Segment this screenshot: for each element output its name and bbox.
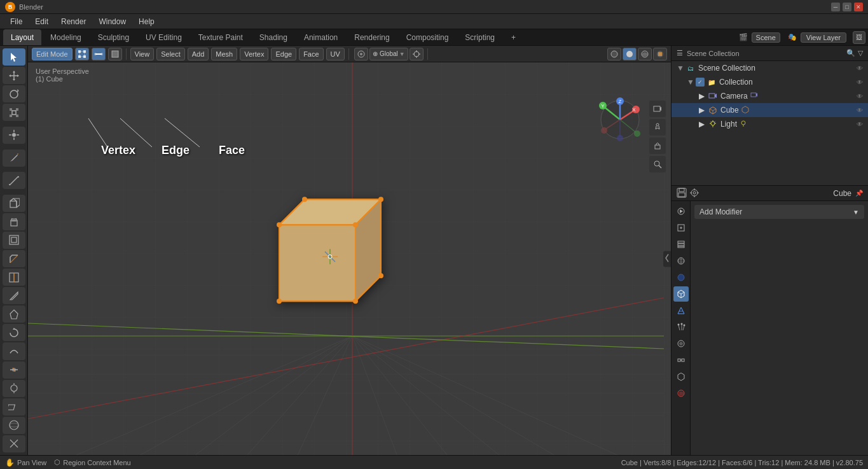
tool-smooth[interactable] [3,342,25,360]
xray-btn[interactable] [607,48,621,60]
right-panel-toggle[interactable] [663,251,671,267]
menu-help[interactable]: Help [134,16,160,27]
grid-area[interactable]: User Perspective (1) Cube Vertex Edge Fa… [28,62,671,455]
close-button[interactable]: ✕ [854,3,863,11]
magnify-btn[interactable] [649,156,666,172]
tab-modeling[interactable]: Modeling [43,29,89,45]
render-icon[interactable]: 🖼 [853,31,865,44]
solid-view-btn[interactable] [623,48,637,60]
minimize-button[interactable]: ─ [831,3,840,11]
tool-rotate[interactable] [3,85,25,102]
tool-bevel[interactable] [3,250,25,267]
tool-spin[interactable] [3,324,25,341]
edge-select-button[interactable] [92,48,106,60]
tab-texture-paint[interactable]: Texture Paint [191,29,251,45]
save-icon[interactable] [677,188,687,199]
tool-scale[interactable] [3,104,25,121]
tab-uv-editing[interactable]: UV Editing [138,29,189,45]
add-modifier-row[interactable]: Add Modifier ▼ [694,205,864,219]
proportional-edit-btn[interactable] [354,48,368,60]
cube-eye[interactable]: 👁 [857,107,863,114]
tool-cursor[interactable] [3,48,25,66]
tool-add-cube[interactable] [3,195,25,212]
tool-loop-cut[interactable] [3,269,25,286]
material-view-btn[interactable] [638,48,652,60]
tab-layout[interactable]: Layout [3,29,41,45]
prop-output-icon[interactable] [673,220,689,235]
props-pin-icon[interactable]: 📌 [855,190,863,197]
tab-animation[interactable]: Animation [296,29,345,45]
collection-checkbox[interactable]: ✓ [696,78,705,87]
tool-shear[interactable] [3,398,25,416]
tab-rendering[interactable]: Rendering [347,29,397,45]
prop-object-icon[interactable] [673,286,689,302]
tab-scripting[interactable]: Scripting [457,29,502,45]
scene-selector[interactable]: Scene [752,32,780,43]
prop-modifier-icon[interactable] [673,303,689,318]
nav-gizmo[interactable]: X Y Z [598,97,642,144]
outliner-cube[interactable]: ▶ Cube 👁 [672,103,868,117]
tab-sculpting[interactable]: Sculpting [90,29,137,45]
tool-annotate[interactable] [3,150,25,167]
tool-knife[interactable] [3,287,25,304]
view-menu[interactable]: View [130,48,155,60]
outliner-light[interactable]: ▶ Light 👁 [672,117,868,131]
outliner-scene-collection[interactable]: ▼ 🗂 Scene Collection 👁 [672,61,868,75]
add-modifier-dropdown[interactable]: ▼ [853,209,859,216]
prop-material-icon[interactable] [673,386,689,401]
tool-inset[interactable] [3,232,25,249]
vertex-menu[interactable]: Vertex [240,48,268,60]
outliner-filter-toggle[interactable]: ▽ [858,49,863,57]
vertex-select-button[interactable] [75,48,89,60]
tab-compositing[interactable]: Compositing [399,29,457,45]
prop-particles-icon[interactable] [673,319,689,335]
snap-btn[interactable] [410,48,424,60]
global-dropdown[interactable]: ▼ [399,51,405,57]
tool-transform[interactable] [3,127,25,144]
menu-file[interactable]: File [5,16,27,27]
tool-to-sphere[interactable] [3,417,25,434]
prop-physics-icon[interactable] [673,336,689,351]
lock-camera-btn[interactable] [649,137,666,154]
scene-collection-eye[interactable]: 👁 [857,65,863,72]
prop-data-icon[interactable] [673,369,689,384]
prop-constraints-icon[interactable] [673,353,689,368]
view-layer-button[interactable]: View Layer [801,32,846,43]
tool-extrude[interactable] [3,213,25,230]
rendered-view-btn[interactable] [653,48,667,60]
prop-world-icon[interactable] [673,270,689,285]
camera-eye[interactable]: 👁 [857,93,863,100]
outliner-search-icon[interactable]: 🔍 [846,49,855,57]
camera-view-btn[interactable] [649,101,666,117]
face-select-button[interactable] [108,48,122,60]
edge-menu[interactable]: Edge [271,48,296,60]
menu-window[interactable]: Window [93,16,131,27]
walk-mode-btn[interactable] [649,119,666,136]
viewport[interactable]: Edit Mode View Select Add Mesh Vertex Ed… [28,46,671,455]
menu-edit[interactable]: Edit [30,16,53,27]
face-menu[interactable]: Face [299,48,323,60]
tab-shading[interactable]: Shading [252,29,295,45]
menu-render[interactable]: Render [56,16,91,27]
tool-move[interactable] [3,67,25,84]
collection-eye[interactable]: 👁 [857,79,863,86]
maximize-button[interactable]: □ [843,3,851,11]
add-menu[interactable]: Add [188,48,209,60]
tool-rip[interactable] [3,435,25,452]
mesh-menu[interactable]: Mesh [211,48,237,60]
select-menu[interactable]: Select [156,48,185,60]
tool-edge-slide[interactable] [3,361,25,379]
uv-menu[interactable]: UV [326,48,345,60]
prop-render-icon[interactable] [673,204,689,219]
tool-shrink-fatten[interactable] [3,380,25,397]
tab-add[interactable]: + [504,29,523,45]
prop-scene-icon[interactable] [673,253,689,269]
edit-mode-button[interactable]: Edit Mode [32,48,72,60]
light-eye[interactable]: 👁 [857,121,863,128]
prop-view-layer-icon[interactable] [673,237,689,252]
outliner-camera[interactable]: ▶ Camera 👁 [672,89,868,103]
outliner-collection[interactable]: ▼ ✓ 📁 Collection 👁 [672,75,868,89]
tool-polybuilder[interactable] [3,305,25,323]
prop-panel-settings[interactable] [689,188,699,199]
tool-measure[interactable] [3,172,25,189]
